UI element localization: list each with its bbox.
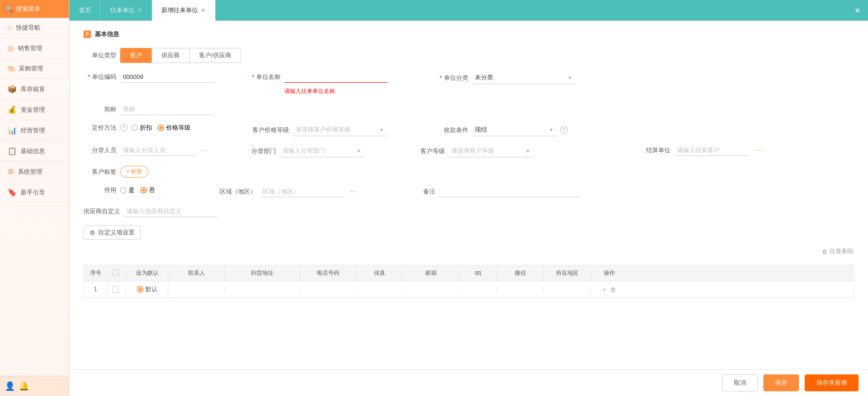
section-basic-info: F 基本信息 <box>84 30 854 39</box>
pricing-method-group: 定价方法 ? 折扣 价格等级 <box>84 124 234 132</box>
unit-type-row: 单位类型 客户 供应商 客户/供应商 <box>84 48 854 63</box>
disabled-label: 停用 <box>84 186 116 194</box>
row1-delete-icon[interactable]: 🗑 <box>610 286 616 293</box>
remark-group: 备注 <box>403 186 854 197</box>
type-btn-supplier[interactable]: 供应商 <box>152 48 189 63</box>
sidebar-item-purchase[interactable]: 🛍 采购管理 <box>0 59 69 79</box>
close-partners-tab[interactable]: ✕ <box>137 7 142 14</box>
settlement-more-icon[interactable]: ··· <box>753 145 763 155</box>
sidebar-item-guide[interactable]: 🔖 新手引导 <box>0 182 69 203</box>
tab-partners[interactable]: 往来单位 ✕ <box>101 0 152 21</box>
unit-code-input[interactable] <box>120 71 214 83</box>
custom-settings-button[interactable]: ⚙ 自定义项设置 <box>84 225 141 240</box>
row1-contact[interactable] <box>168 286 225 293</box>
unit-type-group: 单位类型 客户 供应商 客户/供应商 <box>84 48 854 63</box>
user-icon: 👤 <box>5 381 15 391</box>
col-header-fax: 传真 <box>356 265 403 281</box>
customer-price-level-select[interactable]: 请选择客户价格等级 ▼ <box>293 124 387 136</box>
manager-input[interactable] <box>120 145 195 156</box>
row1-address[interactable] <box>225 286 300 293</box>
save-and-new-button[interactable]: 保存并新增 <box>805 374 859 391</box>
sidebar-item-base-info[interactable]: 📋 基础信息 <box>0 141 69 162</box>
sidebar-item-quick-nav[interactable]: ⌂ 快捷导航 <box>0 18 69 38</box>
add-tag-button[interactable]: + 标签 <box>120 166 148 178</box>
pricing-help-icon[interactable]: ? <box>120 124 128 132</box>
unit-category-label: 单位分类 <box>435 74 468 82</box>
col-header-ops: 操作 <box>591 265 628 281</box>
unit-type-buttons: 客户 供应商 客户/供应商 <box>120 48 241 63</box>
search-icon: 🔍 <box>6 6 13 13</box>
radio-level-circle <box>158 124 164 131</box>
table-row: 1 默认 + 🗑 <box>84 281 853 297</box>
row1-email[interactable] <box>403 286 459 293</box>
radio-no-circle <box>140 187 147 194</box>
batch-delete-button[interactable]: 🗑 批量删除 <box>84 247 854 256</box>
sidebar-item-inventory[interactable]: 📦 库存核算 <box>0 79 69 100</box>
radio-level[interactable]: 价格等级 <box>158 124 190 132</box>
manager-label: 分管人员 <box>84 146 116 155</box>
operations-icon: 📊 <box>8 126 17 135</box>
tab-bar: 首页 往来单位 ✕ 新增往来单位 ✕ ✕ <box>69 0 868 21</box>
row1-wechat[interactable] <box>497 286 544 293</box>
department-select[interactable]: 请输入分管部门 ▼ <box>280 145 364 157</box>
remark-label: 备注 <box>403 187 435 196</box>
payment-terms-select[interactable]: 现结 ▼ <box>472 124 556 136</box>
sidebar-item-operations[interactable]: 📊 经营管理 <box>0 120 69 141</box>
region-group: 区域（地区） ··· <box>220 186 384 197</box>
select-all-checkbox[interactable] <box>112 269 119 276</box>
search-menu[interactable]: 🔍 搜索菜单 <box>0 0 69 18</box>
payment-terms-label: 收款条件 <box>435 126 468 134</box>
supplier-custom-input[interactable] <box>124 206 218 217</box>
sales-icon: ◎ <box>8 44 14 53</box>
row1-qq[interactable] <box>459 286 497 293</box>
radio-no[interactable]: 否 <box>140 186 155 194</box>
tab-new-partner[interactable]: 新增往来单位 ✕ <box>152 0 215 21</box>
sidebar-item-finance[interactable]: 💰 资金管理 <box>0 100 69 120</box>
settings-gear-icon: ⚙ <box>90 229 95 236</box>
region-more-icon[interactable]: ··· <box>348 186 358 197</box>
customer-tag-row: 客户标签 + 标签 <box>84 166 854 178</box>
row1-fax[interactable] <box>356 286 403 293</box>
unit-category-select[interactable]: 未分类 ▼ <box>472 71 575 84</box>
col-header-seq: 序号 <box>84 265 107 281</box>
cancel-button[interactable]: 取消 <box>722 374 758 391</box>
row1-checkbox[interactable] <box>112 286 119 293</box>
row1-default-radio[interactable]: 默认 <box>131 285 163 294</box>
contacts-table: 序号 设为默认 联系人 到货地址 电话号码 传真 邮箱 qq 微信 所在地区 操… <box>84 265 854 298</box>
close-all-tabs[interactable]: ✕ <box>847 6 868 15</box>
row1-add-icon[interactable]: + <box>603 286 607 293</box>
price-level-arrow-icon: ▼ <box>379 127 384 132</box>
sidebar-item-sales[interactable]: ◎ 销售管理 <box>0 38 69 59</box>
row1-region[interactable] <box>544 286 591 293</box>
settlement-unit-input[interactable] <box>674 145 749 156</box>
radio-yes-circle <box>120 187 127 194</box>
short-name-label: 简称 <box>84 105 116 114</box>
settlement-unit-label: 结算单位 <box>638 146 670 155</box>
region-input[interactable] <box>260 186 344 197</box>
tab-home[interactable]: 首页 <box>69 0 101 21</box>
pricing-row: 定价方法 ? 折扣 价格等级 客户价格等级 请选择客户价格等级 <box>84 124 854 136</box>
row1-phone[interactable] <box>300 286 356 293</box>
manager-row: 分管人员 ··· 分管部门 请输入分管部门 ▼ 客户等级 请选择客户等级 ▼ 结… <box>84 145 854 157</box>
type-btn-customer[interactable]: 客户 <box>120 48 152 63</box>
radio-discount[interactable]: 折扣 <box>131 124 152 132</box>
finance-icon: 💰 <box>8 105 17 114</box>
close-new-partner-tab[interactable]: ✕ <box>201 7 206 14</box>
type-btn-both[interactable]: 客户/供应商 <box>189 48 241 63</box>
customer-level-select[interactable]: 请选择客户等级 ▼ <box>449 145 533 157</box>
manager-more-icon[interactable]: ··· <box>199 145 209 155</box>
pricing-method-label: 定价方法 <box>84 124 116 132</box>
notification-icon: 🔔 <box>19 381 29 391</box>
unit-name-input[interactable] <box>284 71 388 83</box>
save-button[interactable]: 保存 <box>763 374 799 391</box>
payment-help-icon[interactable]: ? <box>560 126 568 134</box>
col-header-address: 到货地址 <box>225 265 300 281</box>
radio-yes[interactable]: 是 <box>120 186 135 194</box>
radio-discount-circle <box>131 124 138 131</box>
sidebar-item-system[interactable]: ⚙ 系统管理 <box>0 162 69 182</box>
remark-input[interactable] <box>439 186 580 197</box>
customer-level-label: 客户等级 <box>412 147 445 155</box>
short-name-input[interactable] <box>120 104 214 115</box>
main-content: 首页 往来单位 ✕ 新增往来单位 ✕ ✕ F 基本信息 单位类型 客户 供应商 … <box>69 0 868 396</box>
disabled-region-row: 停用 是 否 区域（地区） ··· 备注 <box>84 186 854 197</box>
